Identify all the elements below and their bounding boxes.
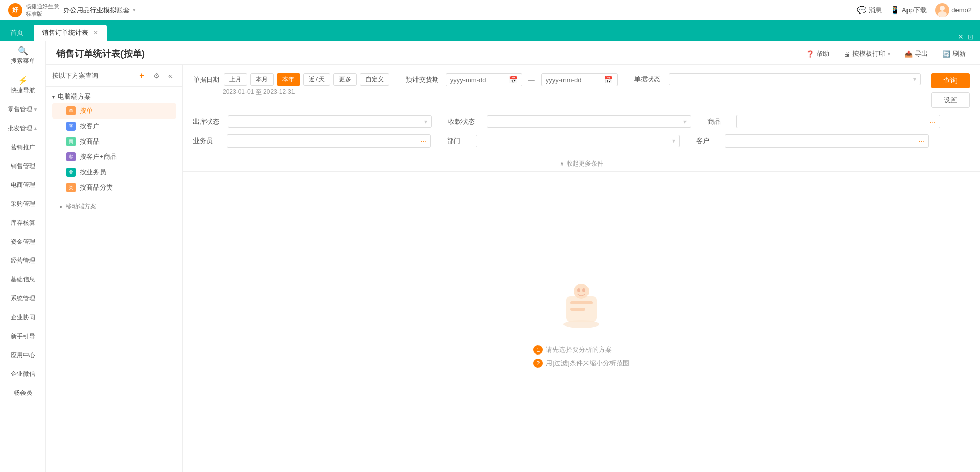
settings-scheme-button[interactable]: ⚙ — [151, 70, 162, 81]
page-title: 销售订单统计表(按单) — [56, 48, 145, 60]
salesperson-label: 业务员 — [193, 136, 218, 146]
sidebar-item-inventory-calc[interactable]: 库存核算 — [0, 214, 45, 232]
date-btn-this-month[interactable]: 本月 — [250, 73, 274, 86]
sidebar-item-search-menu[interactable]: 🔍 搜索菜单 — [0, 41, 45, 70]
print-icon: 🖨 — [844, 50, 850, 58]
empty-hints: 1 请先选择要分析的方案 2 用[过滤]条件来缩小分析范围 — [533, 345, 629, 368]
scheme-icon-by-product: 商 — [66, 137, 76, 146]
svg-point-1 — [938, 11, 947, 17]
left-panel-header: 按以下方案查询 + ⚙ « — [46, 65, 182, 87]
logo-text: 畅捷通好生意 标准版 — [26, 3, 59, 17]
date-btn-more[interactable]: 更多 — [333, 73, 357, 86]
scheme-item-by-order[interactable]: 单 按单 — [52, 103, 176, 119]
sidebar-item-finance-mgmt[interactable]: 资金管理 — [0, 232, 45, 251]
sidebar-item-quick-nav[interactable]: ⚡ 快捷导航 — [0, 70, 45, 100]
empty-state: 1 请先选择要分析的方案 2 用[过滤]条件来缩小分析范围 — [183, 172, 980, 472]
sidebar-item-app-center[interactable]: 应用中心 — [0, 346, 45, 365]
expected-delivery-end-input[interactable]: 📅 — [541, 73, 618, 86]
salesperson-dots-icon[interactable]: ··· — [420, 137, 426, 145]
empty-hint-2: 2 用[过滤]条件来缩小分析范围 — [533, 359, 629, 368]
filter-row-3: 业务员 ··· 部门 ▾ 客户 ··· — [193, 134, 970, 148]
help-button[interactable]: ❓ 帮助 — [802, 47, 834, 60]
page-header: 销售订单统计表(按单) ❓ 帮助 🖨 按模板打印 ▾ 📤 导出 🔄 刷新 — [46, 41, 980, 65]
date-btn-this-year[interactable]: 本年 — [277, 73, 300, 86]
sidebar-item-purchase-mgmt[interactable]: 采购管理 — [0, 195, 45, 214]
mobile-scheme-group-header[interactable]: ▸ 移动端方案 — [46, 200, 182, 213]
sidebar-item-sales-mgmt[interactable]: 销售管理 — [0, 157, 45, 176]
sidebar-item-enterprise-wechat[interactable]: 企业微信 — [0, 365, 45, 384]
app-download-button[interactable]: 📱 App下载 — [890, 6, 927, 15]
sidebar-item-retail-mgmt[interactable]: 零售管理 ▼ — [0, 100, 45, 119]
collapse-panel-button[interactable]: « — [165, 70, 176, 81]
add-scheme-button[interactable]: + — [136, 70, 148, 81]
sidebar-item-ecom-mgmt[interactable]: 电商管理 — [0, 176, 45, 195]
sidebar-item-ops-mgmt[interactable]: 经营管理 — [0, 251, 45, 270]
template-print-button[interactable]: 🖨 按模板打印 ▾ — [840, 47, 894, 60]
sidebar-nav: 🔍 搜索菜单 ⚡ 快捷导航 零售管理 ▼ 批发管理 ▲ 营销推广 销售管理 电商… — [0, 41, 46, 472]
setting-button[interactable]: 设置 — [931, 92, 970, 108]
content-area: 销售订单统计表(按单) ❓ 帮助 🖨 按模板打印 ▾ 📤 导出 🔄 刷新 — [46, 41, 980, 472]
breadcrumb-arrow-icon: ▾ — [133, 7, 136, 13]
scheme-icon-by-product-cat: 类 — [66, 183, 76, 192]
scheme-icon-by-customer: 客 — [66, 122, 76, 131]
sidebar-item-enterprise-collab[interactable]: 企业协同 — [0, 308, 45, 327]
wholesale-arrow-icon: ▲ — [33, 126, 38, 131]
svg-point-6 — [574, 284, 589, 299]
date-label: 单据日期 — [193, 75, 219, 84]
customer-label: 客户 — [696, 136, 717, 146]
mobile-group-expand-icon: ▸ — [60, 204, 63, 209]
payment-status-arrow-icon: ▾ — [683, 118, 687, 125]
collapse-up-icon: ∧ — [560, 160, 565, 168]
sidebar-item-marketing-promo[interactable]: 营销推广 — [0, 138, 45, 157]
collapse-bar[interactable]: ∧ 收起更多条件 — [183, 156, 980, 172]
breadcrumb-text: 办公用品行业模拟账套 — [63, 6, 130, 15]
doc-status-select[interactable]: ▾ — [669, 73, 921, 85]
page-actions: ❓ 帮助 🖨 按模板打印 ▾ 📤 导出 🔄 刷新 — [802, 47, 970, 60]
filter-section: 单据日期 上月 本月 本年 近7天 更多 自定义 — [183, 65, 980, 156]
message-button[interactable]: 💬 消息 — [857, 6, 882, 15]
doc-status-arrow-icon: ▾ — [913, 76, 916, 83]
scheme-item-by-cust-prod[interactable]: 客 按客户+商品 — [52, 149, 176, 164]
expected-delivery-label: 预计交货期 — [406, 75, 442, 84]
logo-area: 好 畅捷通好生意 标准版 — [8, 3, 59, 17]
date-btn-last-month[interactable]: 上月 — [224, 73, 247, 86]
goods-dots-icon[interactable]: ··· — [929, 117, 936, 126]
tab-home[interactable]: 首页 — [2, 25, 32, 41]
date-range-text: 2023-01-01 至 2023-12-31 — [223, 88, 295, 96]
sidebar-item-wholesale-mgmt[interactable]: 批发管理 ▲ — [0, 119, 45, 138]
doc-status-label: 单据状态 — [634, 75, 665, 84]
sidebar-item-member[interactable]: 畅会员 — [0, 384, 45, 403]
sidebar-item-basic-info[interactable]: 基础信息 — [0, 270, 45, 289]
scheme-icon-by-salesperson: 业 — [66, 168, 76, 177]
query-button[interactable]: 查询 — [931, 73, 970, 88]
pc-scheme-group-header[interactable]: ▾ 电脑端方案 — [52, 90, 176, 103]
date-separator: — — [528, 76, 535, 84]
pc-group-label: 电脑端方案 — [58, 92, 91, 101]
scheme-item-by-customer[interactable]: 客 按客户 — [52, 119, 176, 134]
user-avatar-area[interactable]: demo2 — [935, 3, 972, 17]
payment-status-select[interactable]: ▾ — [487, 115, 691, 128]
sidebar-item-new-guide[interactable]: 新手引导 — [0, 327, 45, 346]
tab-close-icon[interactable]: ✕ — [93, 29, 99, 36]
scheme-item-by-product-cat[interactable]: 类 按商品分类 — [52, 180, 176, 195]
scheme-item-by-salesperson[interactable]: 业 按业务员 — [52, 164, 176, 180]
department-label: 部门 — [447, 136, 468, 146]
date-btn-custom[interactable]: 自定义 — [360, 73, 389, 86]
refresh-button[interactable]: 🔄 刷新 — [938, 47, 970, 60]
date-btn-last-7-days[interactable]: 近7天 — [303, 73, 330, 86]
department-select[interactable]: ▾ — [476, 135, 680, 147]
expected-delivery-start-field[interactable] — [450, 76, 509, 84]
customer-dots-icon[interactable]: ··· — [918, 137, 924, 145]
tab-minimize-icon[interactable]: ✕ — [958, 33, 964, 41]
scheme-icon-by-order: 单 — [66, 106, 76, 115]
breadcrumb[interactable]: 办公用品行业模拟账套 ▾ — [63, 6, 136, 15]
left-panel-actions: + ⚙ « — [136, 70, 176, 81]
tab-sales-order-stats[interactable]: 销售订单统计表 ✕ — [34, 25, 107, 41]
tab-restore-icon[interactable]: ⊡ — [968, 33, 974, 41]
expected-delivery-start-input[interactable]: 📅 — [446, 73, 522, 86]
sidebar-item-system-mgmt[interactable]: 系统管理 — [0, 289, 45, 308]
scheme-item-by-product[interactable]: 商 按商品 — [52, 134, 176, 149]
ship-status-select[interactable]: ▾ — [228, 115, 432, 128]
expected-delivery-end-field[interactable] — [546, 76, 604, 84]
export-button[interactable]: 📤 导出 — [900, 47, 932, 60]
